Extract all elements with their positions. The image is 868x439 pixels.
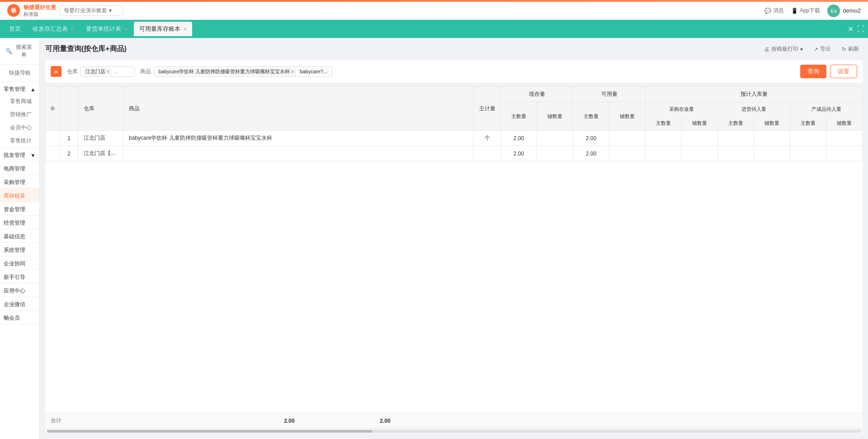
row-seq: 1	[60, 131, 78, 146]
tab-order-stats[interactable]: 要货单统计表 ✕	[80, 22, 133, 36]
tab-available-stock[interactable]: 可用量库存账本 ✕	[134, 22, 192, 36]
row-incoming-main	[718, 131, 754, 146]
print-icon: 🖨	[764, 46, 769, 52]
brand-icon: 畅	[7, 4, 20, 17]
col-purchase-group-header: 采购在途量	[646, 102, 718, 117]
message-action[interactable]: 💬 消息	[764, 7, 784, 14]
row-available-aux	[609, 131, 646, 146]
export-button[interactable]: ↗ 导出	[810, 43, 835, 55]
row-incoming-main	[718, 146, 754, 161]
content-area: 可用量查询(按仓库+商品) 🖨 按模板打印 ▾ ↗ 导出 ↻ 刷新	[40, 38, 868, 439]
col-available-main-header: 主数量	[573, 102, 609, 131]
scroll-thumb	[47, 430, 373, 433]
row-purchase-main	[646, 146, 682, 161]
settings-button[interactable]: 设置	[830, 65, 857, 78]
col-purchase-main-header: 主数量	[646, 116, 682, 131]
sidebar-group-ecommerce-header[interactable]: 电商管理	[0, 161, 39, 175]
sidebar-group-vip-header[interactable]: 畅会员	[0, 311, 39, 324]
sidebar-group-vip: 畅会员	[0, 311, 39, 324]
app-download-icon: 📱	[791, 8, 798, 14]
avatar: Ea	[827, 5, 840, 17]
tab-close-order[interactable]: ✕	[124, 27, 127, 32]
sidebar-group-wholesale: 批发管理 ▼	[0, 148, 39, 161]
filter-expand-button[interactable]: »	[51, 66, 61, 77]
user-profile[interactable]: Ea demo2	[827, 5, 861, 17]
horizontal-scrollbar[interactable]	[45, 428, 863, 434]
table-footer: 合计 2.00 2.00	[45, 413, 863, 428]
tab-receipt-summary[interactable]: 收发存汇总表 ✕	[27, 22, 80, 36]
row-seq: 2	[60, 146, 78, 161]
row-stock-main: 2.00	[501, 146, 537, 161]
search-menu-button[interactable]: 🔍 搜索菜单	[4, 42, 36, 61]
chevron-down-icon: ▼	[30, 152, 36, 159]
sidebar-item-member[interactable]: 会员中心	[0, 121, 39, 134]
col-settings-header: ⚙	[46, 87, 60, 131]
sidebar-item-retail-stats[interactable]: 零售统计	[0, 134, 39, 147]
export-icon: ↗	[814, 46, 818, 52]
refresh-button[interactable]: ↻ 刷新	[838, 43, 863, 55]
tab-home[interactable]: 首页	[4, 22, 26, 36]
sidebar-group-enterprise-wechat: 企业微信	[0, 297, 39, 311]
sidebar-group-system: 系统管理	[0, 243, 39, 256]
row-stock-aux	[537, 131, 573, 146]
sidebar-group-basic-info-header[interactable]: 基础信息	[0, 229, 39, 242]
sidebar-group-finance-header[interactable]: 资金管理	[0, 202, 39, 215]
row-purchase-aux	[682, 131, 718, 146]
expand-tab-btn[interactable]: ⛶	[857, 25, 864, 33]
row-production-main	[790, 131, 826, 146]
sidebar-item-quick-nav[interactable]: 快捷导航	[0, 66, 39, 80]
col-production-aux-header: 辅数量	[826, 116, 863, 131]
message-icon: 💬	[764, 8, 771, 14]
industry-selector[interactable]: 母婴行业演示账套 ▾	[60, 5, 123, 16]
close-tab-btn[interactable]: ✕	[848, 25, 854, 33]
col-available-group-header: 可用量	[573, 87, 646, 102]
sidebar-group-purchase: 采购管理	[0, 175, 39, 189]
sidebar-group-enterprise-header[interactable]: 企业协同	[0, 256, 39, 269]
footer-available-main: 2.00	[367, 418, 403, 424]
sidebar-group-purchase-header[interactable]: 采购管理	[0, 175, 39, 188]
col-incoming-group-header: 进货待入量	[718, 102, 790, 117]
sidebar-group-wholesale-header[interactable]: 批发管理 ▼	[0, 148, 39, 161]
sidebar-group-app-center-header[interactable]: 应用中心	[0, 283, 39, 297]
col-stock-aux-header: 辅数量	[537, 102, 573, 131]
tab-close-receipt[interactable]: ✕	[71, 27, 74, 32]
sidebar-group-system-header[interactable]: 系统管理	[0, 243, 39, 256]
scroll-track	[47, 430, 861, 433]
page-actions: 🖨 按模板打印 ▾ ↗ 导出 ↻ 刷新	[760, 43, 863, 55]
sidebar-item-marketing[interactable]: 营销推广	[0, 108, 39, 121]
top-bar-right: 💬 消息 📱 App下载 Ea demo2	[764, 5, 861, 17]
col-stock-group-header: 现存量	[501, 87, 573, 102]
app-download-action[interactable]: 📱 App下载	[791, 7, 820, 14]
template-print-button[interactable]: 🖨 按模板打印 ▾	[760, 43, 807, 55]
tab-close-available[interactable]: ✕	[183, 27, 187, 32]
query-button[interactable]: 查询	[800, 65, 826, 78]
top-bar: 畅 畅捷通好生意 标准版 母婴行业演示账套 ▾ 💬 消息 📱 App下载 Ea …	[0, 2, 868, 20]
warehouse-tag-input[interactable]: 江北门店 ✕ ...	[80, 66, 135, 77]
row-production-aux	[826, 131, 863, 146]
row-available-aux	[609, 146, 646, 161]
page-header: 可用量查询(按仓库+商品) 🖨 按模板打印 ▾ ↗ 导出 ↻ 刷新	[45, 43, 863, 55]
sidebar-group-retail-header[interactable]: 零售管理 ▲	[0, 82, 39, 95]
footer-label: 合计	[51, 417, 69, 425]
sidebar-group-guide-header[interactable]: 新手引导	[0, 270, 39, 283]
sidebar-group-enterprise-wechat-header[interactable]: 企业微信	[0, 297, 39, 310]
settings-gear-icon[interactable]: ⚙	[50, 105, 55, 112]
warehouse-tag-close[interactable]: ✕	[106, 69, 110, 74]
sidebar-group-inventory-header[interactable]: 库存核算	[0, 189, 39, 202]
table-wrapper[interactable]: ⚙ 仓库 商品 主计量 现存量 可用量 预计入库量	[45, 86, 863, 413]
sidebar-group-operations-header[interactable]: 经营管理	[0, 216, 39, 229]
row-warehouse: 江北门店	[78, 131, 123, 146]
sidebar-item-retail-mall[interactable]: 零售商城	[0, 95, 39, 108]
sidebar-group-enterprise: 企业协同	[0, 256, 39, 270]
warehouse-more[interactable]: ...	[113, 68, 118, 75]
product-tag-close[interactable]: ✕	[291, 69, 294, 74]
warehouse-tag-jiangbei: 江北门店 ✕	[84, 68, 112, 76]
row-product	[123, 146, 474, 161]
table-row: 1 江北门店 babycare学饮杯 儿童防摔防撞吸管杯重力球吸嘴杯宝宝水杯 个…	[46, 131, 863, 146]
row-settings	[46, 146, 60, 161]
search-icon: 🔍	[5, 48, 12, 54]
sidebar-group-app-center: 应用中心	[0, 283, 39, 297]
table-row: 2 江北门店【... 2.00 2.00	[46, 146, 863, 161]
chevron-up-icon: ▲	[30, 86, 36, 93]
product-tag-input[interactable]: babycare学饮杯 儿童防摔防撞吸管杯重力球吸嘴杯宝宝水杯 ✕ babyca…	[154, 66, 332, 77]
